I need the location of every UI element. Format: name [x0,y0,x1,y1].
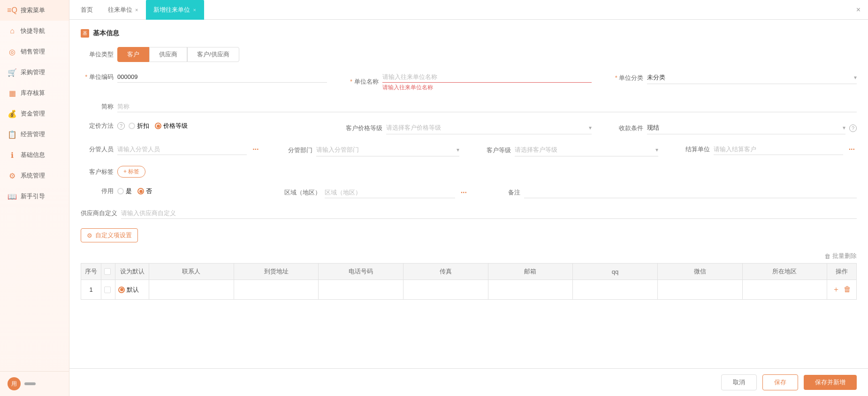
unit-type-supplier[interactable]: 供应商 [149,47,187,62]
payment-select[interactable]: 现结 ▾ [647,122,845,134]
tab-close-icon[interactable]: × [135,7,138,13]
close-all-tabs[interactable]: × [853,6,864,14]
remarks-input[interactable] [524,187,857,198]
address-input[interactable] [237,287,316,293]
region-field: 区域（地区） ··· [284,187,469,198]
manager-more-btn[interactable]: ··· [251,145,260,154]
remarks-label: 备注 [487,188,520,197]
cancel-button[interactable]: 取消 [721,374,757,390]
billing-unit-input[interactable] [714,144,843,155]
phone-input[interactable] [321,287,400,293]
supplier-custom-input[interactable] [121,208,857,219]
add-tag-button[interactable]: + 标签 [117,166,145,178]
tab-close-icon[interactable]: × [193,7,196,13]
manager-label: 分管人员 [81,145,114,154]
sidebar-item-label: 系统管理 [21,171,45,180]
level-radio [155,123,161,129]
row-phone[interactable] [319,280,404,300]
region-more-btn[interactable]: ··· [459,188,469,197]
row-region[interactable] [742,280,827,300]
unit-type-customer[interactable]: 客户 [117,47,149,62]
price-level-select[interactable]: 请选择客户价格等级 ▾ [386,122,592,134]
qq-input[interactable] [576,287,655,293]
pricing-level[interactable]: 价格等级 [155,122,188,130]
default-radio-outer [118,287,125,293]
payment-field: 收款条件 现结 ▾ ? [610,122,857,134]
dept-field: 分管部门 请输入分管部门 ▾ [280,144,460,156]
row-checkbox-input[interactable] [104,287,111,293]
dept-label: 分管部门 [280,146,312,155]
row-contact[interactable] [149,280,234,300]
payment-help-icon[interactable]: ? [849,124,857,132]
sidebar-item-system[interactable]: ⚙ 系统管理 [0,165,69,186]
sidebar-item-finance[interactable]: 💰 资金管理 [0,103,69,124]
wechat-input[interactable] [661,287,739,293]
col-phone: 电话号码 [319,264,404,280]
custom-settings-section: ⚙ 自定义项设置 [81,228,857,242]
region-label: 区域（地区） [284,188,321,197]
abbr-input[interactable] [117,101,857,112]
select-all-checkbox[interactable] [104,268,111,275]
sidebar-item-inventory[interactable]: ▦ 库存核算 [0,83,69,103]
customer-level-field: 客户等级 请选择客户等级 ▾ [478,144,658,156]
pricing-discount[interactable]: 折扣 [129,122,149,130]
sidebar-item-sales[interactable]: ◎ 销售管理 [0,41,69,62]
category-select[interactable]: 未分类 ▾ [647,71,857,84]
disabled-label: 停用 [81,187,114,195]
customer-level-select[interactable]: 请选择客户等级 ▾ [515,144,658,156]
region-input[interactable] [746,287,824,293]
col-email: 邮箱 [488,264,573,280]
save-new-button[interactable]: 保存并新增 [804,375,857,390]
disabled-yes[interactable]: 是 [117,187,132,195]
region-input[interactable] [325,187,455,198]
default-radio[interactable]: 默认 [118,286,146,294]
guide-icon: 📖 [8,192,17,201]
row-qq[interactable] [573,280,658,300]
sidebar-item-label: 基础信息 [21,151,45,159]
add-row-button[interactable]: ＋ [831,284,841,295]
unit-type-row: 单位类型 客户 供应商 客户/供应商 [81,47,857,62]
row-wechat[interactable] [657,280,742,300]
row-address[interactable] [234,280,319,300]
disabled-yes-radio [117,188,124,194]
delete-row-button[interactable]: 🗑 [843,284,852,295]
tab-new-contact[interactable]: 新增往来单位 × [146,0,204,20]
code-input[interactable] [117,71,327,83]
abbr-row: 简称 [81,101,857,112]
category-label: 单位分类 [610,74,643,82]
batch-delete-label[interactable]: 批量删除 [832,252,857,260]
disabled-no[interactable]: 否 [137,187,152,195]
tags-row: 客户标签 + 标签 [81,166,857,178]
save-button[interactable]: 保存 [762,374,798,390]
sidebar-item-label: 新手引导 [21,192,45,201]
sidebar-item-basic-info[interactable]: ℹ 基础信息 [0,145,69,165]
manager-row: 分管人员 ··· 分管部门 请输入分管部门 ▾ 客户等级 请选择客户等级 ▾ [81,144,857,156]
price-level-label: 客户价格等级 [346,124,382,132]
row-email[interactable] [488,280,573,300]
help-icon[interactable]: ? [117,122,125,130]
home-icon: ⌂ [8,26,17,36]
fax-input[interactable] [406,287,485,293]
tab-home[interactable]: 首页 [73,6,100,14]
contact-input[interactable] [152,287,231,293]
row-actions: ＋ 🗑 [827,280,857,300]
sidebar-item-operations[interactable]: 📋 经营管理 [0,124,69,145]
billing-unit-more-btn[interactable]: ··· [847,145,857,154]
dept-select[interactable]: 请输入分管部门 ▾ [316,144,460,156]
pricing-label: 定价方法 [81,122,114,130]
col-region: 所在地区 [742,264,827,280]
name-input[interactable] [382,71,592,83]
sidebar-item-search[interactable]: ≡Q 搜索菜单 [0,0,69,21]
row-default: 默认 [115,280,149,300]
sidebar-item-guide[interactable]: 📖 新手引导 [0,186,69,207]
sidebar-item-nav[interactable]: ⌂ 快捷导航 [0,21,69,41]
unit-type-both[interactable]: 客户/供应商 [187,47,239,62]
tab-contacts[interactable]: 往来单位 × [100,0,146,20]
col-qq: qq [573,264,658,280]
manager-input[interactable] [117,144,247,155]
email-input[interactable] [491,287,570,293]
row-fax[interactable] [404,280,488,300]
batch-delete-icon: 🗑 [824,253,830,260]
custom-settings-button[interactable]: ⚙ 自定义项设置 [81,228,138,242]
sidebar-item-purchase[interactable]: 🛒 采购管理 [0,62,69,83]
